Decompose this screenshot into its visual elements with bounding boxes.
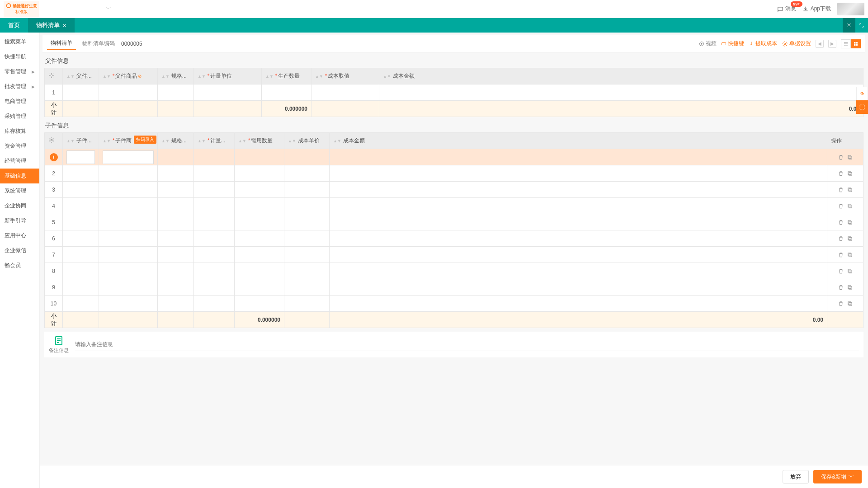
col-parent-qty[interactable]: ▲▼*生产数量 — [262, 68, 311, 84]
sidebar-item-6[interactable]: 库存核算 — [0, 124, 39, 139]
col-parent-spec[interactable]: ▲▼规格... — [158, 68, 194, 84]
doc-settings-link[interactable]: 单据设置 — [782, 40, 811, 47]
shortcut-link[interactable]: 快捷键 — [721, 40, 744, 47]
copy-icon[interactable] — [847, 154, 853, 160]
tab-close-all-button[interactable] — [843, 18, 855, 33]
sidebar-item-15[interactable]: 畅会员 — [0, 258, 39, 273]
delete-icon[interactable] — [838, 203, 844, 209]
brand-logo: 畅捷通好生意 标准版 — [4, 1, 39, 17]
col-parent-unit[interactable]: ▲▼*计量单位 — [194, 68, 262, 84]
copy-icon[interactable] — [847, 252, 853, 258]
table-row[interactable]: 1 — [45, 84, 863, 101]
float-edit-button[interactable] — [856, 87, 868, 100]
child-table: ▲▼子件... ▲▼*子件商扫码录入 ▲▼规格... ▲▼*计量... ▲▼*需… — [44, 132, 863, 328]
sidebar-item-12[interactable]: 新手引导 — [0, 213, 39, 228]
view-form-button[interactable] — [851, 39, 861, 48]
scan-input-tag[interactable]: 扫码录入 — [134, 136, 156, 144]
close-icon[interactable]: ✕ — [62, 23, 66, 28]
sidebar-item-4[interactable]: 电商管理 — [0, 94, 39, 109]
remark-input[interactable] — [75, 338, 859, 351]
col-parent-amount[interactable]: ▲▼成本金额 — [379, 68, 863, 84]
tab-home[interactable]: 首页 — [0, 18, 28, 33]
child-prod-input[interactable] — [103, 150, 154, 164]
table-row[interactable]: 9 — [45, 279, 863, 296]
delete-icon[interactable] — [838, 284, 844, 291]
video-link[interactable]: 视频 — [699, 40, 717, 47]
copy-icon[interactable] — [847, 268, 853, 274]
sidebar-item-2[interactable]: 零售管理▶ — [0, 64, 39, 79]
delete-icon[interactable] — [838, 252, 844, 258]
copy-icon[interactable] — [847, 187, 853, 193]
col-child-ops: 操作 — [827, 133, 863, 149]
table-row[interactable]: + — [45, 149, 863, 165]
app-download-link[interactable]: App下载 — [802, 5, 831, 13]
col-child-prod[interactable]: ▲▼*子件商扫码录入 — [99, 133, 158, 149]
gear-col[interactable] — [45, 133, 63, 149]
svg-point-8 — [51, 139, 52, 141]
sidebar-item-3[interactable]: 批发管理▶ — [0, 79, 39, 94]
add-row-button[interactable]: + — [50, 153, 58, 161]
sub-tab-bom[interactable]: 物料清单 — [47, 38, 76, 50]
col-child-qty[interactable]: ▲▼*需用数量 — [235, 133, 284, 149]
sidebar-item-8[interactable]: 经营管理 — [0, 154, 39, 169]
svg-rect-20 — [848, 236, 850, 239]
col-child-unit[interactable]: ▲▼*计量... — [194, 133, 235, 149]
messages-link[interactable]: 消息 99+ — [777, 5, 796, 13]
copy-icon[interactable] — [847, 284, 853, 291]
table-row[interactable]: 10 — [45, 296, 863, 312]
sidebar-item-0[interactable]: 搜索菜单 — [0, 34, 39, 49]
svg-rect-17 — [849, 221, 851, 224]
table-row[interactable]: 7 — [45, 247, 863, 263]
delete-icon[interactable] — [838, 154, 844, 160]
float-expand-button[interactable] — [856, 100, 868, 114]
col-child-amount[interactable]: ▲▼成本金额 — [330, 133, 827, 149]
view-list-button[interactable] — [841, 39, 851, 48]
sidebar-item-14[interactable]: 企业微信 — [0, 243, 39, 258]
copy-icon[interactable] — [847, 170, 853, 177]
sidebar-item-1[interactable]: 快捷导航 — [0, 49, 39, 64]
sidebar-item-5[interactable]: 采购管理 — [0, 109, 39, 124]
prev-button[interactable]: ◀ — [816, 40, 824, 48]
delete-icon[interactable] — [838, 300, 844, 307]
table-row[interactable]: 2 — [45, 165, 863, 182]
copy-icon[interactable] — [847, 203, 853, 209]
org-selector[interactable]: ﹀ — [42, 3, 115, 15]
col-parent-prod[interactable]: ▲▼*父件商品⊘ — [99, 68, 158, 84]
table-row[interactable]: 3 — [45, 182, 863, 198]
fullscreen-button[interactable] — [855, 18, 868, 33]
table-row[interactable]: 4 — [45, 198, 863, 214]
avatar[interactable] — [837, 3, 864, 15]
next-button[interactable]: ▶ — [828, 40, 836, 48]
sidebar-item-10[interactable]: 系统管理 — [0, 183, 39, 198]
table-row[interactable]: 8 — [45, 263, 863, 279]
sidebar-item-13[interactable]: 应用中心 — [0, 228, 39, 243]
col-child-code[interactable]: ▲▼子件... — [63, 133, 99, 149]
copy-icon[interactable] — [847, 219, 853, 225]
save-add-button[interactable]: 保存&新增 ﹀ — [813, 470, 862, 483]
brand-name: 畅捷通好生意 — [13, 3, 37, 9]
extract-cost-link[interactable]: 提取成本 — [749, 40, 777, 47]
delete-icon[interactable] — [838, 235, 844, 242]
copy-icon[interactable] — [847, 300, 853, 307]
col-parent-code[interactable]: ▲▼父件... — [63, 68, 99, 84]
delete-icon[interactable] — [838, 170, 844, 177]
table-row[interactable]: 6 — [45, 230, 863, 247]
cancel-button[interactable]: 放弃 — [783, 470, 809, 483]
tab-bom[interactable]: 物料清单 ✕ — [28, 18, 75, 33]
copy-icon[interactable] — [847, 235, 853, 242]
help-icon[interactable]: ⊘ — [138, 74, 142, 79]
gear-col[interactable] — [45, 68, 63, 84]
svg-rect-25 — [849, 286, 851, 289]
col-parent-costsrc[interactable]: ▲▼*成本取值 — [311, 68, 379, 84]
col-child-spec[interactable]: ▲▼规格... — [158, 133, 194, 149]
sidebar-item-11[interactable]: 企业协同 — [0, 198, 39, 213]
table-row[interactable]: 5 — [45, 214, 863, 230]
col-child-price[interactable]: ▲▼成本单价 — [284, 133, 330, 149]
sidebar-item-7[interactable]: 资金管理 — [0, 139, 39, 154]
sidebar-item-9[interactable]: 基础信息 — [0, 169, 39, 183]
child-code-input[interactable] — [66, 150, 95, 164]
delete-icon[interactable] — [838, 268, 844, 274]
svg-rect-21 — [849, 253, 851, 256]
delete-icon[interactable] — [838, 219, 844, 225]
delete-icon[interactable] — [838, 187, 844, 193]
